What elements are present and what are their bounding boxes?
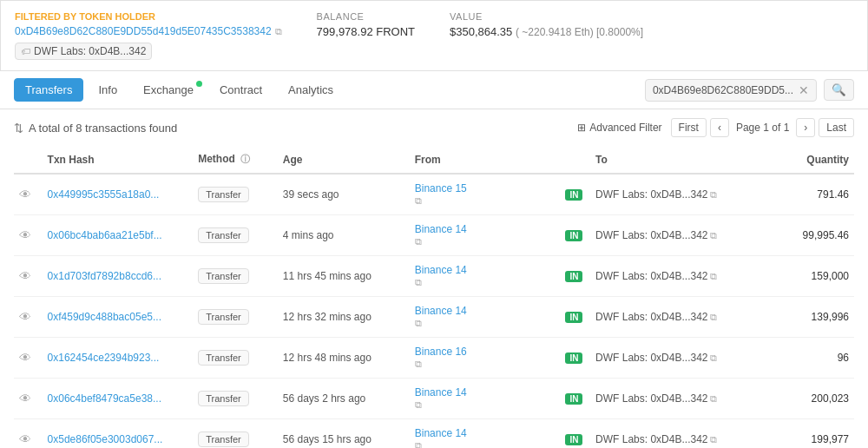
tabs-bar: Transfers Info Exchange Contract Analyti… bbox=[0, 71, 868, 109]
watch-icon[interactable]: 👁 bbox=[19, 228, 31, 242]
from-link[interactable]: Binance 14 bbox=[415, 427, 556, 439]
table-row: 👁 0xf459d9c488bac05e5... Transfer 12 hrs… bbox=[14, 297, 854, 338]
tx-hash-link[interactable]: 0x06bc4bab6aa21e5bf... bbox=[48, 229, 162, 241]
result-text: ⇅ A total of 8 transactions found bbox=[14, 122, 177, 135]
col-method: Method ⓘ bbox=[193, 146, 278, 174]
copy-to-icon[interactable]: ⧉ bbox=[710, 434, 717, 445]
from-link[interactable]: Binance 16 bbox=[415, 346, 556, 358]
tx-hash-link[interactable]: 0x162454ce2394b923... bbox=[48, 352, 160, 364]
last-page-top[interactable]: Last bbox=[819, 118, 854, 137]
method-badge: Transfer bbox=[198, 227, 249, 243]
tx-hash-link[interactable]: 0x1d703fd7892b8ccd6... bbox=[48, 270, 161, 282]
pill-close-button[interactable]: ✕ bbox=[799, 83, 809, 97]
tx-hash-link[interactable]: 0x06c4bef8479ca5e38... bbox=[48, 392, 161, 405]
to-text: DWF Labs: 0xD4B...342 ⧉ bbox=[595, 352, 754, 364]
from-link[interactable]: Binance 14 bbox=[415, 264, 556, 276]
value-main: $350,864.35 ( ~220.9418 Eth) [0.8000%] bbox=[450, 25, 643, 38]
age-text: 12 hrs 48 mins ago bbox=[283, 352, 372, 364]
age-text: 11 hrs 45 mins ago bbox=[283, 270, 372, 282]
banner-address: 0xD4B69e8D62C880E9DD55d419d5E07435C35383… bbox=[15, 25, 282, 37]
tab-info[interactable]: Info bbox=[87, 78, 128, 102]
tx-hash-link[interactable]: 0x449995c3555a18a0... bbox=[48, 188, 160, 201]
method-badge: Transfer bbox=[198, 432, 249, 447]
top-banner: FILTERED BY TOKEN HOLDER 0xD4B69e8D62C88… bbox=[0, 0, 868, 71]
search-button[interactable]: 🔍 bbox=[824, 79, 854, 101]
col-from: From bbox=[410, 146, 561, 174]
tab-exchange[interactable]: Exchange bbox=[132, 78, 205, 102]
tab-analytics[interactable]: Analytics bbox=[277, 78, 345, 102]
from-link[interactable]: Binance 14 bbox=[415, 305, 556, 317]
main-content: ⇅ A total of 8 transactions found ⊞ Adva… bbox=[0, 109, 868, 448]
method-help-icon[interactable]: ⓘ bbox=[240, 154, 250, 164]
tabs-right: 0xD4B69e8D62C880E9DD5... ✕ 🔍 bbox=[645, 79, 854, 102]
tab-transfers[interactable]: Transfers bbox=[14, 78, 83, 102]
copy-from-icon[interactable]: ⧉ bbox=[415, 318, 422, 328]
copy-from-icon[interactable]: ⧉ bbox=[415, 399, 422, 410]
copy-to-icon[interactable]: ⧉ bbox=[710, 393, 717, 405]
quantity-cell: 200,023 bbox=[760, 379, 854, 419]
method-badge: Transfer bbox=[198, 350, 249, 366]
col-txhash: Txn Hash bbox=[43, 146, 194, 174]
balance-section: BALANCE 799,978.92 FRONT bbox=[317, 11, 415, 38]
watch-icon[interactable]: 👁 bbox=[19, 269, 31, 283]
prev-page-top[interactable]: ‹ bbox=[710, 118, 729, 137]
to-text: DWF Labs: 0xD4B...342 ⧉ bbox=[595, 188, 754, 201]
watch-icon[interactable]: 👁 bbox=[19, 310, 31, 324]
copy-from-icon[interactable]: ⧉ bbox=[415, 277, 422, 287]
copy-to-icon[interactable]: ⧉ bbox=[710, 271, 717, 282]
tab-contract[interactable]: Contract bbox=[208, 78, 273, 102]
copy-from-icon[interactable]: ⧉ bbox=[415, 440, 422, 448]
quantity-cell: 96 bbox=[760, 338, 854, 379]
tx-hash-link[interactable]: 0x5de86f05e3003d067... bbox=[48, 433, 163, 445]
copy-to-icon[interactable]: ⧉ bbox=[710, 230, 717, 241]
direction-badge: IN bbox=[565, 393, 582, 405]
method-badge: Transfer bbox=[198, 187, 249, 202]
direction-badge: IN bbox=[565, 352, 582, 364]
value-section: VALUE $350,864.35 ( ~220.9418 Eth) [0.80… bbox=[450, 11, 643, 38]
age-text: 12 hrs 32 mins ago bbox=[283, 311, 372, 323]
sort-icon: ⇅ bbox=[14, 122, 23, 135]
top-pagination: First ‹ Page 1 of 1 › Last bbox=[671, 118, 854, 137]
advanced-filter-button[interactable]: ⊞ Advanced Filter bbox=[577, 122, 661, 134]
from-link[interactable]: Binance 14 bbox=[415, 386, 556, 399]
copy-to-icon[interactable]: ⧉ bbox=[710, 312, 717, 323]
copy-from-icon[interactable]: ⧉ bbox=[415, 359, 422, 369]
watch-icon[interactable]: 👁 bbox=[19, 392, 31, 405]
watch-icon[interactable]: 👁 bbox=[19, 188, 31, 201]
to-text: DWF Labs: 0xD4B...342 ⧉ bbox=[595, 433, 754, 445]
copy-from-icon[interactable]: ⧉ bbox=[415, 236, 422, 247]
col-age: Age bbox=[278, 146, 410, 174]
copy-from-icon[interactable]: ⧉ bbox=[415, 195, 422, 206]
copy-to-icon[interactable]: ⧉ bbox=[710, 189, 717, 201]
method-badge: Transfer bbox=[198, 309, 249, 325]
first-page-top[interactable]: First bbox=[671, 118, 707, 137]
watch-icon[interactable]: 👁 bbox=[19, 351, 31, 365]
copy-to-icon[interactable]: ⧉ bbox=[710, 352, 717, 364]
table-row: 👁 0x449995c3555a18a0... Transfer 39 secs… bbox=[14, 174, 854, 215]
from-link[interactable]: Binance 14 bbox=[415, 223, 556, 235]
quantity-cell: 139,996 bbox=[760, 297, 854, 338]
table-row: 👁 0x06bc4bab6aa21e5bf... Transfer 4 mins… bbox=[14, 215, 854, 256]
copy-address-icon[interactable]: ⧉ bbox=[275, 26, 282, 37]
quantity-cell: 791.46 bbox=[760, 174, 854, 215]
tag-icon: 🏷 bbox=[21, 46, 30, 56]
to-text: DWF Labs: 0xD4B...342 ⧉ bbox=[595, 229, 754, 241]
col-dir bbox=[560, 146, 590, 174]
age-text: 39 secs ago bbox=[283, 188, 339, 201]
watch-icon[interactable]: 👁 bbox=[19, 432, 31, 446]
next-page-top[interactable]: › bbox=[796, 118, 815, 137]
exchange-dot bbox=[196, 81, 202, 87]
age-text: 4 mins ago bbox=[283, 229, 334, 241]
col-to: To bbox=[590, 146, 760, 174]
quantity-cell: 159,000 bbox=[760, 256, 854, 297]
table-row: 👁 0x1d703fd7892b8ccd6... Transfer 11 hrs… bbox=[14, 256, 854, 297]
table-row: 👁 0x162454ce2394b923... Transfer 12 hrs … bbox=[14, 338, 854, 379]
transactions-table: Txn Hash Method ⓘ Age From To Quantity 👁… bbox=[14, 146, 854, 448]
search-icon: 🔍 bbox=[832, 83, 846, 96]
age-text: 56 days 2 hrs ago bbox=[283, 392, 365, 405]
table-row: 👁 0x5de86f05e3003d067... Transfer 56 day… bbox=[14, 419, 854, 449]
from-link[interactable]: Binance 15 bbox=[415, 182, 556, 194]
tx-hash-link[interactable]: 0xf459d9c488bac05e5... bbox=[48, 311, 161, 323]
to-text: DWF Labs: 0xD4B...342 ⧉ bbox=[595, 311, 754, 323]
direction-badge: IN bbox=[565, 271, 582, 282]
